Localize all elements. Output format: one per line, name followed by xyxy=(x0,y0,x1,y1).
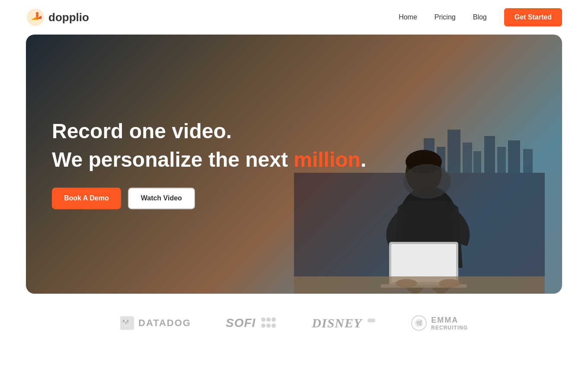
hero-title-suffix: . xyxy=(361,148,366,171)
book-demo-button[interactable]: Book A Demo xyxy=(52,188,121,209)
svg-point-33 xyxy=(272,323,276,328)
datadog-icon: 🐕 xyxy=(120,316,134,330)
logo[interactable]: dopplio xyxy=(26,8,89,27)
svg-point-32 xyxy=(266,323,271,328)
nav-item-blog[interactable]: Blog xyxy=(473,13,487,21)
hero-content: Record one video. We personalize the nex… xyxy=(52,119,366,209)
logo-icon xyxy=(26,8,45,27)
sofi-label: SoFi xyxy=(226,316,256,330)
hero-title-line1: Record one video. xyxy=(52,119,366,144)
watch-video-button[interactable]: Watch Video xyxy=(128,188,195,209)
svg-rect-5 xyxy=(447,130,460,173)
svg-point-29 xyxy=(266,317,271,322)
emma-subtitle: RECRUITING xyxy=(431,325,468,331)
nav-links: Home Pricing Blog Get Started xyxy=(399,8,562,26)
hero-buttons: Book A Demo Watch Video xyxy=(52,188,366,209)
logo-sofi: SoFi xyxy=(226,316,277,330)
svg-rect-20 xyxy=(391,244,456,282)
sofi-icon xyxy=(260,316,277,330)
nav-item-pricing[interactable]: Pricing xyxy=(435,13,456,21)
datadog-label: DATADOG xyxy=(138,317,191,329)
svg-point-35 xyxy=(371,318,375,323)
logo-text: dopplio xyxy=(48,11,89,24)
hero-section: Record one video. We personalize the nex… xyxy=(26,35,562,294)
disney-label: Disney xyxy=(312,316,362,330)
hero-title-prefix: We personalize the next xyxy=(52,148,294,171)
svg-rect-11 xyxy=(523,149,533,173)
get-started-button[interactable]: Get Started xyxy=(504,8,562,26)
hero-title-accent: million xyxy=(294,148,361,171)
svg-point-31 xyxy=(261,323,265,328)
svg-rect-7 xyxy=(473,151,481,173)
svg-rect-24 xyxy=(294,276,545,294)
svg-point-30 xyxy=(272,317,276,322)
emma-icon: 🌿 xyxy=(411,315,427,331)
logo-datadog: 🐕 DATADOG xyxy=(120,316,191,330)
svg-rect-9 xyxy=(497,147,506,173)
emma-name: EMMA xyxy=(431,316,468,325)
svg-rect-6 xyxy=(463,143,472,173)
navbar: dopplio Home Pricing Blog Get Started xyxy=(0,0,588,35)
logo-emma: 🌿 EMMA RECRUITING xyxy=(411,315,468,331)
svg-text:🐕: 🐕 xyxy=(122,319,131,327)
logo-disney: Disney xyxy=(312,316,377,330)
disney-icon xyxy=(366,318,377,328)
nav-item-home[interactable]: Home xyxy=(399,13,417,21)
svg-point-15 xyxy=(403,164,451,199)
svg-text:🌿: 🌿 xyxy=(416,320,422,326)
svg-rect-10 xyxy=(508,140,520,173)
emma-label-container: EMMA RECRUITING xyxy=(431,316,468,331)
svg-rect-8 xyxy=(484,136,495,173)
svg-point-1 xyxy=(36,12,38,15)
hero-title-line2: We personalize the next million. xyxy=(52,147,366,172)
svg-point-28 xyxy=(261,317,265,322)
logos-section: 🐕 DATADOG SoFi Disney 🌿 EMMA xyxy=(0,294,588,352)
